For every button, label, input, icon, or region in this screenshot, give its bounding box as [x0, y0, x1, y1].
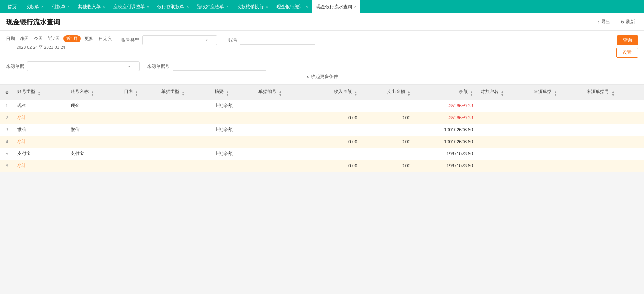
cell-summary [211, 160, 255, 172]
date-option-custom[interactable]: 自定义 [97, 35, 114, 42]
cell-doc-no [255, 124, 308, 136]
column-balance[interactable]: 余额 ▲▼ [414, 85, 477, 100]
row-number: 5 [0, 148, 14, 160]
close-icon[interactable]: × [306, 5, 308, 9]
cell-summary [211, 136, 255, 148]
cell-doc-type [158, 124, 211, 136]
column-account-name[interactable]: 账号名称 ▲▼ [67, 85, 120, 100]
header-actions: ↑ 导出 ↻ 刷新 [594, 17, 638, 27]
account-input[interactable] [240, 36, 315, 45]
table-row: 4 小计 0.00 0.00 100102606.60 [0, 136, 644, 148]
cell-balance: -3528659.33 [414, 112, 477, 124]
table-row: 1 现金 现金 上期余额 -3528659.33 [0, 100, 644, 112]
nav-tab-xianjinyinhang[interactable]: 现金银行统计 × [273, 1, 312, 12]
column-income[interactable]: 收入金额 ▲▼ [308, 85, 361, 100]
cell-source-doc [530, 136, 583, 148]
query-button[interactable]: 查询 [617, 35, 638, 45]
nav-tab-shoukuanhexiao[interactable]: 收款核销执行 × [233, 1, 272, 12]
cell-summary: 上期余额 [211, 124, 255, 136]
cell-expense [361, 100, 414, 112]
account-type-select[interactable]: ▾ [142, 35, 217, 45]
close-icon[interactable]: × [186, 5, 189, 9]
close-icon[interactable]: × [68, 5, 70, 9]
close-icon[interactable]: × [147, 5, 149, 9]
source-doc-select[interactable]: ▾ [27, 61, 140, 71]
date-filter-label: 日期 [6, 36, 15, 42]
cell-doc-no [255, 100, 308, 112]
nav-tab-liushui[interactable]: 现金银行流水查询 × [312, 0, 360, 13]
column-summary[interactable]: 摘要 ▲▼ [211, 85, 255, 100]
cell-counterpart [477, 100, 530, 112]
nav-tab-shoukuandan[interactable]: 收款单 × [22, 1, 47, 12]
export-icon: ↑ [597, 19, 600, 25]
nav-tab-qitashouru[interactable]: 其他收入单 × [74, 1, 109, 12]
close-icon[interactable]: × [103, 5, 105, 9]
column-counterpart[interactable]: 对方户名 ▲▼ [477, 85, 530, 100]
nav-tab-fukuandan[interactable]: 付款单 × [48, 1, 74, 12]
gear-icon: ⚙ [5, 90, 9, 95]
date-option-7days[interactable]: 近7天 [47, 35, 61, 42]
cell-source-doc-no [583, 148, 644, 160]
column-gear[interactable]: ⚙ [0, 85, 14, 100]
date-option-yesterday[interactable]: 昨天 [18, 35, 30, 42]
cell-account-name [67, 112, 120, 124]
cell-source-doc-no [583, 124, 644, 136]
account-filter: 账号 [228, 36, 315, 45]
close-icon[interactable]: × [226, 5, 228, 9]
cell-doc-no [255, 160, 308, 172]
account-type-label: 账号类型 [121, 37, 139, 43]
cell-income [308, 148, 361, 160]
sort-arrows-icon: ▲▼ [135, 91, 138, 97]
column-date[interactable]: 日期 ▲▼ [120, 85, 158, 100]
nav-tab-yingshouyingfu[interactable]: 应收应付调整单 × [110, 1, 153, 12]
source-doc-num-filter: 来源单据号 [147, 62, 266, 71]
cell-source-doc-no [583, 112, 644, 124]
cell-income: 0.00 [308, 160, 361, 172]
cell-doc-type [158, 136, 211, 148]
cell-doc-type [158, 160, 211, 172]
cell-balance: 19871073.60 [414, 148, 477, 160]
column-doc-type[interactable]: 单据类型 ▲▼ [158, 85, 211, 100]
cell-source-doc-no [583, 100, 644, 112]
filter-area: 日期 昨天 今天 近7天 近1月 更多 自定义 2023-02-24 至 202… [0, 31, 644, 85]
source-doc-label: 来源单据 [6, 63, 24, 70]
cell-date [120, 160, 158, 172]
source-doc-num-input[interactable] [173, 62, 266, 71]
cell-source-doc-no [583, 160, 644, 172]
cell-source-doc [530, 160, 583, 172]
date-option-more[interactable]: 更多 [83, 35, 95, 42]
page-title: 现金银行流水查询 [6, 18, 60, 27]
collapse-bar[interactable]: ∧ 收起更多条件 [6, 73, 638, 80]
cell-income: 0.00 [308, 136, 361, 148]
export-button[interactable]: ↑ 导出 [594, 17, 613, 27]
cell-income [308, 124, 361, 136]
date-option-today[interactable]: 今天 [32, 35, 44, 42]
column-account-type[interactable]: 账号类型 ▲▼ [14, 85, 67, 100]
column-source-doc[interactable]: 来源单据 ▲▼ [530, 85, 583, 100]
cell-date [120, 100, 158, 112]
source-doc-filter: 来源单据 ▾ [6, 61, 140, 71]
date-option-1month[interactable]: 近1月 [63, 35, 81, 42]
column-expense[interactable]: 支出金额 ▲▼ [361, 85, 414, 100]
table-header-row: ⚙ 账号类型 ▲▼ 账号名称 ▲▼ 日期 ▲▼ 单据类型 ▲▼ [0, 85, 644, 100]
sort-arrows-icon: ▲▼ [407, 91, 410, 97]
sort-arrows-icon: ▲▼ [91, 91, 94, 97]
close-icon[interactable]: × [41, 5, 44, 9]
nav-tab-yinhangcunkuan[interactable]: 银行存取款单 × [153, 1, 192, 12]
table-row: 5 支付宝 支付宝 上期余额 19871073.60 [0, 148, 644, 160]
sort-arrows-icon: ▲▼ [554, 91, 557, 97]
nav-tab-yushou[interactable]: 预收冲应收单 × [193, 1, 232, 12]
more-options-button[interactable]: ... [607, 37, 614, 43]
refresh-button[interactable]: ↻ 刷新 [618, 17, 638, 27]
sort-arrows-icon: ▲▼ [38, 91, 41, 97]
nav-home[interactable]: 首页 [3, 0, 21, 13]
close-icon[interactable]: × [266, 5, 268, 9]
cell-account-type: 支付宝 [14, 148, 67, 160]
sort-arrows-icon: ▲▼ [612, 91, 615, 97]
column-doc-no[interactable]: 单据编号 ▲▼ [255, 85, 308, 100]
setting-button[interactable]: 设置 [616, 48, 638, 58]
chevron-down-icon: ▾ [128, 64, 130, 69]
close-icon[interactable]: × [354, 5, 357, 9]
column-source-doc-no[interactable]: 来源单据号 ▲▼ [583, 85, 644, 100]
cell-doc-type [158, 148, 211, 160]
